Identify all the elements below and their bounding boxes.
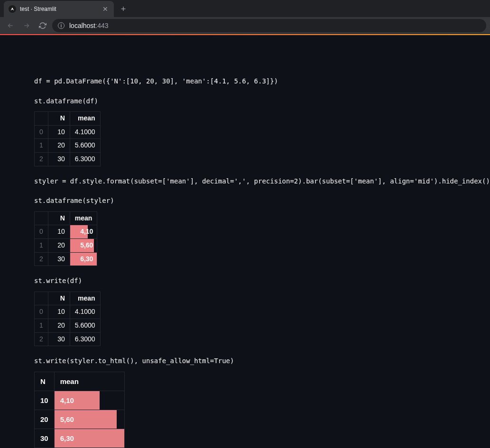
- write-df-table[interactable]: N mean 0 10 4.1000 1 20 5.6000 2 30 6.30…: [34, 292, 101, 346]
- close-tab-button[interactable]: ✕: [102, 5, 109, 13]
- table-row: 30 6,30: [35, 429, 125, 448]
- table-row: 0 10 4.1000: [35, 125, 101, 139]
- col-header-index: [35, 292, 48, 305]
- col-header-mean: mean: [70, 211, 97, 225]
- code-line-1: df = pd.DataFrame({'N':[10, 20, 30], 'me…: [34, 77, 456, 86]
- address-bar-row: i localhost:443: [0, 17, 490, 34]
- bar-cell: 4,10: [70, 225, 97, 239]
- back-button[interactable]: [4, 19, 17, 32]
- col-header-n: N: [48, 211, 70, 225]
- col-header-n: N: [48, 112, 70, 126]
- browser-chrome: test · Streamlit ✕ + i localhost:443: [0, 0, 490, 34]
- table-row: 2 30 6.3000: [35, 332, 101, 346]
- tab-bar: test · Streamlit ✕ +: [0, 0, 490, 17]
- code-line-2: st.dataframe(df): [34, 97, 456, 106]
- forward-button[interactable]: [20, 19, 33, 32]
- app-content: df = pd.DataFrame({'N':[10, 20, 30], 'me…: [0, 35, 490, 448]
- code-line-5: st.write(df): [34, 276, 456, 286]
- url-port: :443: [95, 22, 108, 29]
- table-row: 1 20 5.6000: [35, 139, 101, 153]
- bar-cell: 5,60: [54, 410, 124, 429]
- col-header-index: [35, 211, 48, 225]
- col-header-mean: mean: [70, 292, 100, 305]
- streamlit-favicon: [9, 5, 16, 13]
- site-info-icon[interactable]: i: [58, 22, 65, 29]
- table-row: 2 30 6,30: [35, 252, 97, 266]
- tab-title: test · Streamlit: [20, 6, 98, 12]
- code-line-3: styler = df.style.format(subset=['mean']…: [34, 177, 456, 186]
- table-row: 1 20 5.6000: [35, 319, 101, 332]
- col-header-mean: mean: [54, 372, 124, 391]
- dataframe-table-1[interactable]: N mean 0 10 4.1000 1 20 5.6000 2 30 6.30…: [34, 111, 101, 166]
- reload-button[interactable]: [36, 19, 49, 32]
- bar-cell: 6,30: [70, 252, 97, 266]
- code-line-4: st.dataframe(styler): [34, 196, 456, 206]
- table-row: 10 4,10: [35, 391, 125, 410]
- col-header-mean: mean: [70, 112, 100, 126]
- table-row: 0 10 4.1000: [35, 305, 101, 319]
- browser-tab[interactable]: test · Streamlit ✕: [4, 1, 114, 17]
- bar-cell: 4,10: [54, 391, 124, 410]
- bar-cell: 5,60: [70, 238, 97, 252]
- table-row: 0 10 4,10: [35, 225, 97, 239]
- code-line-6: st.write(styler.to_html(), unsafe_allow_…: [34, 357, 456, 366]
- table-row: 1 20 5,60: [35, 238, 97, 252]
- col-header-n: N: [48, 292, 70, 305]
- url-host: localhost: [69, 22, 95, 29]
- col-header-index: [35, 112, 48, 126]
- col-header-n: N: [35, 372, 55, 391]
- styler-html-table: N mean 10 4,10 20 5,60 30: [34, 372, 125, 448]
- bar-cell: 6,30: [54, 429, 124, 448]
- new-tab-button[interactable]: +: [117, 2, 130, 16]
- address-bar[interactable]: i localhost:443: [52, 19, 486, 32]
- table-row: 2 30 6.3000: [35, 152, 101, 166]
- dataframe-styler-table[interactable]: N mean 0 10 4,10 1 20 5,60 2: [34, 211, 97, 266]
- table-row: 20 5,60: [35, 410, 125, 429]
